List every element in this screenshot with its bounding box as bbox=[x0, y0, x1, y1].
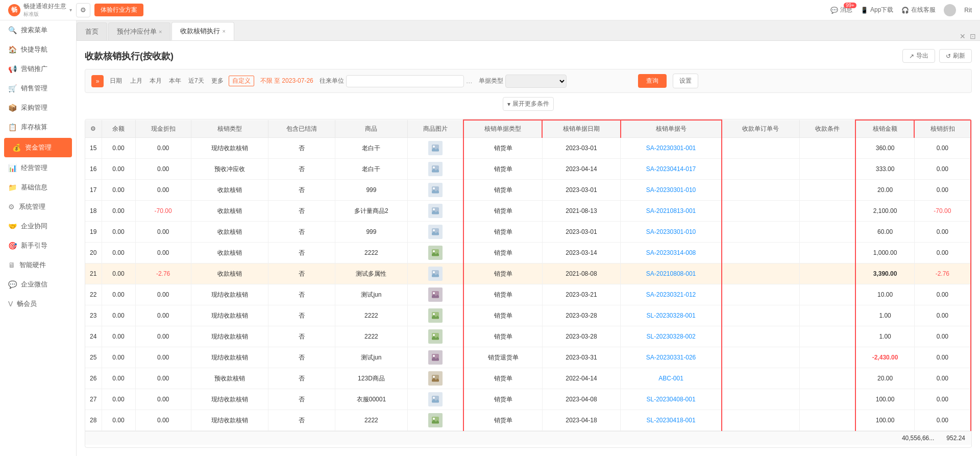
bill-no-link[interactable]: SA-20230414-017 bbox=[646, 165, 696, 173]
date-more[interactable]: 更多 bbox=[209, 76, 226, 86]
bill-no-link[interactable]: ABC-001 bbox=[658, 375, 683, 382]
date-custom-button[interactable]: 自定义 bbox=[229, 76, 254, 86]
close-window-icon[interactable]: ✕ bbox=[960, 32, 966, 40]
sidebar-item-hardware[interactable]: 🖥 智能硬件 bbox=[0, 255, 76, 275]
message-button[interactable]: 💬 消息 99+ bbox=[830, 6, 852, 14]
export-button[interactable]: ↗ 导出 bbox=[902, 49, 935, 63]
bill-no-link[interactable]: SL-20230328-001 bbox=[647, 312, 696, 319]
th-bill-type: 核销单据类型 bbox=[463, 120, 542, 138]
date-last-7-days[interactable]: 近7天 bbox=[186, 76, 206, 86]
filter-toggle-button[interactable]: » bbox=[91, 75, 104, 87]
unit-label: 往来单位 bbox=[320, 77, 344, 85]
unit-ellipsis-button[interactable]: … bbox=[466, 77, 473, 85]
refresh-button[interactable]: ↺ 刷新 bbox=[939, 49, 972, 63]
cell-bill-no[interactable]: SA-20230321-012 bbox=[621, 284, 722, 305]
sidebar-item-guide[interactable]: 🎯 新手引导 bbox=[0, 236, 76, 255]
maximize-window-icon[interactable]: ⊡ bbox=[970, 32, 976, 40]
system-icon: ⚙ bbox=[8, 203, 15, 211]
sidebar-label-search: 搜索菜单 bbox=[21, 26, 47, 35]
bill-no-link[interactable]: SA-20230301-001 bbox=[646, 145, 696, 152]
sidebar-label-corp: 企业协同 bbox=[21, 222, 47, 231]
sidebar-item-quicknav[interactable]: 🏠 快捷导航 bbox=[0, 40, 76, 59]
cell-receipt-order-no bbox=[722, 159, 800, 180]
type-select[interactable] bbox=[505, 75, 567, 88]
bill-no-link[interactable]: SA-20210808-001 bbox=[646, 270, 696, 277]
bill-no-link[interactable]: SA-20210813-001 bbox=[646, 207, 696, 214]
cell-receipt-condition bbox=[800, 201, 856, 222]
date-this-month[interactable]: 本月 bbox=[148, 76, 164, 86]
bill-no-link[interactable]: SA-20230301-010 bbox=[646, 228, 696, 235]
svg-point-19 bbox=[433, 334, 435, 336]
export-icon: ↗ bbox=[909, 53, 914, 60]
app-download-button[interactable]: 📱 App下载 bbox=[861, 6, 893, 14]
column-settings-icon[interactable]: ⚙ bbox=[90, 125, 96, 132]
tab-prepay[interactable]: 预付冲应付单 × bbox=[108, 22, 170, 40]
sidebar-item-corp[interactable]: 🤝 企业协同 bbox=[0, 217, 76, 236]
cell-bill-date: 2021-08-13 bbox=[542, 201, 621, 222]
cell-bill-no[interactable]: SA-20230414-017 bbox=[621, 159, 722, 180]
cell-goods-img bbox=[408, 410, 464, 431]
cell-include-settled: 否 bbox=[268, 368, 335, 389]
svg-point-21 bbox=[433, 355, 435, 357]
cell-bill-no[interactable]: SA-20230331-026 bbox=[621, 347, 722, 368]
cell-bill-no[interactable]: SA-20210808-001 bbox=[621, 263, 722, 284]
total-discount-label: 952.24 bbox=[946, 435, 965, 442]
vip-icon: V bbox=[8, 300, 13, 308]
tab-receipt-cancel[interactable]: 收款核销执行 × bbox=[172, 22, 234, 40]
industry-button[interactable]: 体验行业方案 bbox=[94, 4, 143, 16]
cell-bill-no[interactable]: SL-20230328-001 bbox=[621, 305, 722, 326]
tab-receipt-cancel-close[interactable]: × bbox=[222, 28, 225, 34]
sidebar-item-sales[interactable]: 🛒 销售管理 bbox=[0, 79, 76, 98]
online-service-button[interactable]: 🎧 在线客服 bbox=[901, 6, 936, 14]
unit-input[interactable] bbox=[346, 75, 464, 87]
bill-no-link[interactable]: SA-20230321-012 bbox=[646, 291, 696, 298]
cell-cancel-discount: -2.76 bbox=[914, 263, 971, 284]
bill-no-link[interactable]: SL-20230418-001 bbox=[647, 417, 696, 424]
cell-index: 17 bbox=[85, 180, 102, 201]
cell-bill-no[interactable]: SA-20230301-001 bbox=[621, 138, 722, 159]
data-table-container[interactable]: ⚙ 余额 现金折扣 核销类型 包含已结清 商品 商品图片 核销单据类型 核销单据… bbox=[85, 119, 972, 448]
cell-index: 28 bbox=[85, 410, 102, 431]
user-avatar[interactable] bbox=[944, 4, 956, 16]
bill-no-link[interactable]: SA-20230301-010 bbox=[646, 186, 696, 194]
tab-prepay-close[interactable]: × bbox=[159, 29, 162, 35]
cell-bill-no[interactable]: SA-20210813-001 bbox=[621, 201, 722, 222]
date-this-year[interactable]: 本年 bbox=[167, 76, 183, 86]
sidebar-item-purchase[interactable]: 📦 采购管理 bbox=[0, 98, 76, 117]
sidebar-item-finance[interactable]: 💰 资金管理 bbox=[4, 138, 72, 157]
cell-receipt-condition bbox=[800, 284, 856, 305]
sidebar-item-inventory[interactable]: 📋 库存核算 bbox=[0, 117, 76, 137]
cell-receipt-condition bbox=[800, 243, 856, 263]
sidebar-item-system[interactable]: ⚙ 系统管理 bbox=[0, 197, 76, 217]
bill-no-link[interactable]: SA-20230331-026 bbox=[646, 354, 696, 361]
svg-point-9 bbox=[433, 229, 435, 231]
cell-bill-no[interactable]: SA-20230314-008 bbox=[621, 243, 722, 263]
th-settings[interactable]: ⚙ bbox=[85, 120, 102, 138]
cell-cancel-type: 收款核销 bbox=[191, 263, 268, 284]
table-row: 26 0.00 0.00 预收款核销 否 123D商品 销货单 2022-04-… bbox=[85, 368, 971, 389]
expand-more-button[interactable]: ▾ 展开更多条件 bbox=[503, 97, 554, 111]
setting-button[interactable]: 设置 bbox=[673, 74, 698, 88]
brand-dropdown-icon[interactable]: ▾ bbox=[69, 7, 72, 13]
cell-bill-no[interactable]: SL-20230418-001 bbox=[621, 410, 722, 431]
sidebar-item-search[interactable]: 🔍 搜索菜单 bbox=[0, 20, 76, 40]
goods-image bbox=[428, 329, 443, 344]
cell-bill-date: 2023-03-28 bbox=[542, 326, 621, 347]
gear-button[interactable]: ⚙ bbox=[76, 3, 90, 17]
cell-bill-no[interactable]: SA-20230301-010 bbox=[621, 180, 722, 201]
sidebar-item-vip[interactable]: V 畅会员 bbox=[0, 294, 76, 314]
cell-bill-no[interactable]: SL-20230408-001 bbox=[621, 389, 722, 410]
tab-home[interactable]: 首页 bbox=[77, 22, 107, 40]
sidebar-item-basic[interactable]: 📁 基础信息 bbox=[0, 178, 76, 197]
cell-bill-no[interactable]: SA-20230301-010 bbox=[621, 222, 722, 243]
bill-no-link[interactable]: SA-20230314-008 bbox=[646, 249, 696, 256]
query-button[interactable]: 查询 bbox=[638, 74, 667, 88]
bill-no-link[interactable]: SL-20230408-001 bbox=[647, 396, 696, 403]
cell-bill-no[interactable]: SL-20230328-002 bbox=[621, 326, 722, 347]
cell-bill-no[interactable]: ABC-001 bbox=[621, 368, 722, 389]
sidebar-item-marketing[interactable]: 📢 营销推广 bbox=[0, 59, 76, 79]
bill-no-link[interactable]: SL-20230328-002 bbox=[647, 333, 696, 340]
date-last-month[interactable]: 上月 bbox=[128, 76, 144, 86]
sidebar-item-operation[interactable]: 📊 经营管理 bbox=[0, 158, 76, 178]
sidebar-item-wechat[interactable]: 💬 企业微信 bbox=[0, 275, 76, 294]
